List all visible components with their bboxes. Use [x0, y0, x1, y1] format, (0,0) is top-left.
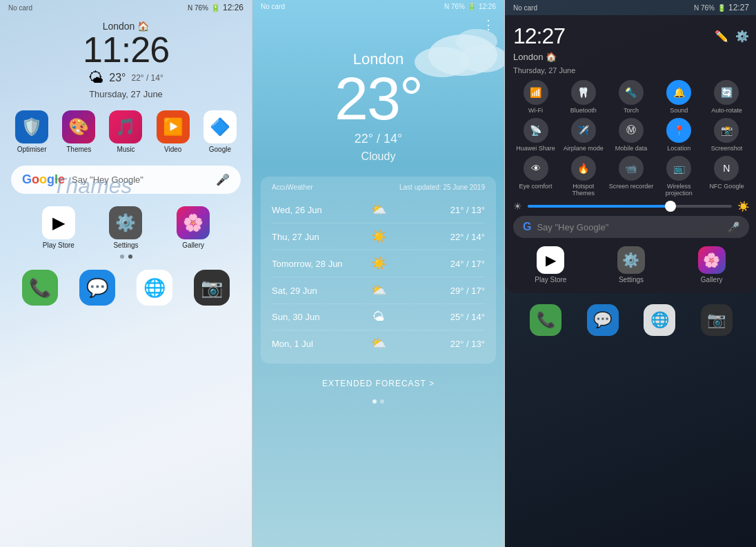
notif-dock-icon[interactable]: 📷	[690, 304, 744, 336]
forecast-icon: ☀️	[368, 256, 389, 271]
search-placeholder-1[interactable]: Say "Hey Google"	[72, 175, 209, 185]
bottom-dock-icon[interactable]: 📷	[186, 270, 238, 306]
notif-city: London	[513, 52, 543, 62]
app-icon[interactable]: 🌸Gallery	[162, 206, 224, 249]
quick-toggle-label: NFC Google	[709, 183, 744, 190]
app-icon[interactable]: 🎵Music	[105, 110, 146, 153]
notif-search-bar[interactable]: G Say "Hey Google" 🎤	[513, 216, 749, 238]
bottom-dock-img: 📷	[194, 270, 230, 306]
svg-point-2	[415, 47, 470, 77]
notif-mic-icon[interactable]: 🎤	[728, 221, 739, 232]
signal-2: N 76%	[444, 3, 465, 10]
notif-search-placeholder[interactable]: Say "Hey Google"	[537, 222, 722, 232]
notif-status-bar: No card N 76% 🔋 12:27	[505, 0, 756, 15]
bottom-dock-icon[interactable]: 🌐	[129, 270, 181, 306]
home-screen-panel: No card N 76% 🔋 12:26 London 🏠 11:26 🌤 2…	[0, 0, 252, 547]
dot-2	[128, 255, 132, 259]
quick-toggle[interactable]: 📡Huawei Share	[513, 118, 558, 152]
forecast-temps: 29° / 17°	[389, 286, 486, 296]
quick-toggle-icon: 🦷	[571, 80, 596, 105]
extended-forecast-btn[interactable]: EXTENDED FORECAST >	[252, 370, 504, 397]
quick-toggle[interactable]: 🔦Torch	[608, 80, 653, 114]
brightness-thumb[interactable]	[665, 201, 676, 212]
page-dots-1	[0, 255, 252, 259]
quick-toggle[interactable]: 📍Location	[657, 118, 702, 152]
app-icon[interactable]: ⚙️Settings	[594, 246, 669, 284]
weather-range-1: 22° / 14°	[131, 73, 163, 83]
forecast-icon: ⛅	[368, 202, 389, 217]
app-icon-label: Google	[209, 146, 231, 153]
main-range: 22° / 14°	[252, 132, 504, 146]
forecast-icon: ⛅	[368, 336, 389, 351]
quick-toggle[interactable]: 🔥Hotspot Themes	[561, 156, 606, 197]
notif-signal: N 76%	[694, 4, 715, 12]
weather-page-dots	[252, 397, 504, 406]
quick-toggle[interactable]: 📹Screen recorder	[608, 156, 653, 197]
notif-time: 12:27	[728, 3, 749, 12]
time-1: 12:26	[223, 3, 243, 12]
edit-icon[interactable]: ✏️	[715, 30, 728, 43]
notif-date: Thursday, 27 June	[513, 66, 749, 74]
quick-toggle-icon: Ⓜ	[619, 118, 644, 143]
app-icon[interactable]: 🛡️Optimiser	[11, 110, 52, 153]
battery-2: 🔋	[468, 3, 476, 10]
google-g-icon: Google	[22, 172, 65, 187]
app-icon[interactable]: ▶Play Store	[513, 246, 588, 284]
notif-dock-icon[interactable]: 💬	[576, 304, 630, 336]
quick-toggle[interactable]: 📸Screenshot	[704, 118, 749, 152]
search-bar-1[interactable]: Google Say "Hey Google" 🎤	[11, 166, 241, 194]
bottom-dock-1: 📞💬🌐📷	[0, 264, 252, 311]
app-icon[interactable]: 🌸Gallery	[674, 246, 749, 284]
dock-apps-1: ▶Play Store⚙️Settings🌸Gallery	[0, 201, 252, 255]
brightness-track[interactable]	[528, 205, 732, 208]
forecast-header: AccuWeather Last updated: 25 June 2019	[272, 183, 485, 191]
notif-dock-icon[interactable]: 🌐	[633, 304, 687, 336]
app-icon-img: 🌸	[698, 246, 726, 274]
app-icon[interactable]: ▶️Video	[152, 110, 194, 153]
quick-toggle[interactable]: 📶Wi-Fi	[513, 80, 558, 114]
app-icon[interactable]: 🔷Google	[199, 110, 241, 153]
brightness-high-icon: ☀️	[737, 201, 749, 212]
app-grid-1: 🛡️Optimiser🎨Themes🎵Music▶️Video🔷Google	[0, 102, 252, 159]
notif-app-grid: ▶Play Store⚙️Settings🌸Gallery	[513, 242, 749, 288]
quick-toggle[interactable]: ✈️Airplane mode	[561, 118, 606, 152]
weather-icon-1: 🌤	[88, 69, 103, 87]
quick-toggle[interactable]: 🔄Auto-rotate	[704, 80, 749, 114]
quick-toggle[interactable]: 🦷Bluetooth	[561, 80, 606, 114]
quick-toggle-icon: 📡	[524, 118, 548, 143]
forecast-icon: 🌤	[368, 310, 389, 324]
notif-carrier: No card	[513, 4, 537, 12]
brightness-fill	[528, 205, 670, 208]
app-icon[interactable]: ▶Play Store	[28, 206, 90, 249]
notif-dock-icon[interactable]: 📞	[519, 304, 573, 336]
app-icon-label: Gallery	[182, 241, 204, 249]
quick-toggle[interactable]: NNFC Google	[704, 156, 749, 197]
quick-toggle[interactable]: 📺Wireless projection	[657, 156, 702, 197]
bottom-dock-img: 💬	[79, 270, 115, 306]
mic-icon-1[interactable]: 🎤	[216, 173, 230, 186]
quick-toggle[interactable]: 🔔Sound	[657, 80, 702, 114]
svg-point-3	[456, 29, 497, 54]
battery-icon-1: 🔋	[210, 3, 221, 12]
app-icon-label: Video	[164, 146, 181, 153]
weather-temp-1: 23°	[109, 72, 126, 84]
quick-toggle-icon: 🔥	[571, 156, 596, 181]
app-icon[interactable]: ⚙️Settings	[95, 206, 157, 249]
forecast-row: Thu, 27 Jun ☀️ 22° / 14°	[272, 223, 485, 250]
app-icon-label: Themes	[66, 146, 91, 153]
bottom-dock-img: 📞	[22, 270, 58, 306]
notif-time-icons: ✏️ ⚙️	[715, 30, 749, 43]
brightness-row[interactable]: ☀ ☀️	[513, 201, 749, 212]
settings-icon[interactable]: ⚙️	[735, 30, 749, 43]
app-icon[interactable]: 🎨Themes	[58, 110, 99, 153]
notif-dock-img: 🌐	[644, 304, 675, 336]
quick-toggle-icon: 🔔	[666, 80, 691, 105]
forecast-rows: Wed, 26 Jun ⛅ 21° / 13° Thu, 27 Jun ☀️ 2…	[272, 197, 485, 357]
weather-time-1: 11:26	[0, 32, 252, 68]
bottom-dock-icon[interactable]: 📞	[14, 270, 66, 306]
bottom-dock-icon[interactable]: 💬	[71, 270, 123, 306]
weather-widget-1[interactable]: London 🏠 11:26 🌤 23° 22° / 14° Thursday,…	[0, 15, 252, 102]
bottom-dock-img: 🌐	[137, 270, 172, 306]
quick-toggle[interactable]: 👁Eye comfort	[513, 156, 558, 197]
quick-toggle[interactable]: ⓂMobile data	[608, 118, 653, 152]
